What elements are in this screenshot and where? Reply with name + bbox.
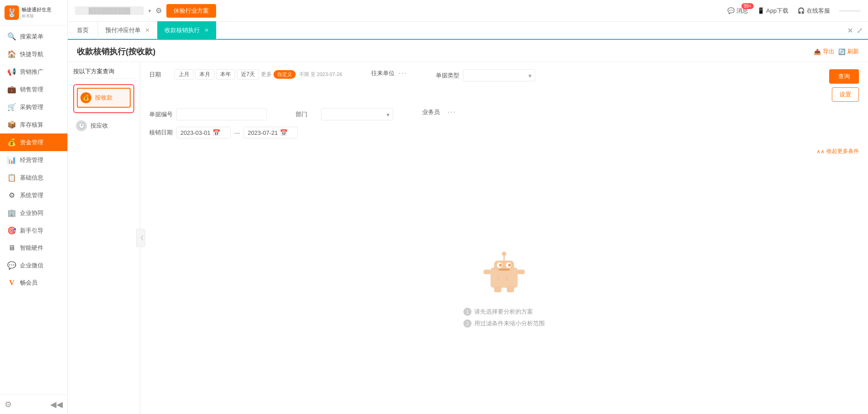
filter-receivable-label: 按应收	[90, 122, 108, 130]
app-label: App下载	[766, 7, 788, 15]
setting-button[interactable]: 设置	[832, 87, 859, 102]
sidebar-item-operation[interactable]: 📊 经营管理	[0, 151, 67, 169]
hint-text-2: 用过滤条件来缩小分析范围	[474, 318, 545, 329]
date-more[interactable]: 更多	[261, 71, 272, 78]
verify-date-range: 2023-03-01 📅 — 2023-07-21 📅	[176, 127, 298, 138]
message-badge: 99+	[741, 3, 754, 9]
filter-item-by-receipt[interactable]: 💰 按收款	[77, 88, 131, 108]
settings-bottom-icon[interactable]: ⚙	[5, 400, 12, 409]
purchase-icon: 🛒	[7, 103, 16, 111]
sidebar-item-funds[interactable]: 💰 资金管理	[0, 133, 67, 151]
date-separator: —	[234, 129, 240, 136]
sidebar-item-label: 企业协同	[20, 209, 43, 217]
system-icon: ⚙	[7, 191, 16, 200]
query-button[interactable]: 查询	[829, 69, 859, 84]
collapse-sidebar-icon[interactable]: ◀◀	[50, 400, 63, 409]
sidebar-item-label: 基础信息	[20, 174, 43, 182]
dept-label: 部门	[296, 110, 317, 119]
sidebar-item-label: 采购管理	[20, 103, 43, 111]
marketing-icon: 📢	[7, 67, 16, 76]
doctype-select[interactable]	[463, 69, 535, 81]
doctype-select-wrapper	[463, 69, 535, 81]
service-label: 在线客服	[807, 7, 830, 15]
export-button[interactable]: 📤 导出	[814, 48, 835, 56]
verify-date-end-input[interactable]: 2023-07-21 📅	[244, 127, 298, 138]
tab-prepay-label: 预付冲应付单	[105, 26, 141, 34]
filter-receipt-icon: 💰	[80, 92, 91, 103]
tab-home-label: 首页	[77, 26, 89, 34]
tab-prepay[interactable]: 预付冲应付单 ✕	[98, 21, 157, 39]
sidebar-item-weixin[interactable]: 💬 企业微信	[0, 257, 67, 274]
topbar-brand: ██████████	[75, 6, 144, 15]
hint-number-2: 2	[463, 319, 472, 328]
party-more-icon[interactable]: ···	[398, 69, 407, 77]
expand-icon[interactable]: ⤢	[857, 26, 863, 35]
empty-hints: 1 请先选择要分析的方案 2 用过滤条件来缩小分析范围	[463, 306, 545, 329]
sidebar-item-system[interactable]: ⚙ 系统管理	[0, 186, 67, 204]
service-button[interactable]: 🎧 在线客服	[797, 7, 830, 15]
message-button[interactable]: 💬 消息 99+	[727, 7, 748, 15]
app-download-button[interactable]: 📱 App下载	[757, 7, 788, 15]
empty-illustration: ? ?	[477, 243, 531, 297]
staff-more-icon[interactable]: ···	[448, 108, 456, 116]
sidebar-item-enterprise[interactable]: 🏢 企业协同	[0, 204, 67, 222]
sidebar-item-member[interactable]: V 畅会员	[0, 274, 67, 291]
sidebar-item-marketing[interactable]: 📢 营销推广	[0, 63, 67, 81]
docno-input[interactable]	[176, 108, 267, 120]
service-icon: 🎧	[797, 7, 805, 14]
close-all-icon[interactable]: ✕	[847, 26, 853, 35]
page-actions: 📤 导出 🔄 刷新	[814, 48, 859, 56]
page-title: 收款核销执行(按收款)	[77, 46, 156, 57]
filter-panel: 按以下方案查询 💰 按收款 🕐 按应收 《	[68, 62, 140, 414]
page-header: 收款核销执行(按收款) 📤 导出 🔄 刷新	[68, 40, 868, 62]
filter-item-by-receivable[interactable]: 🕐 按应收	[73, 117, 134, 135]
dept-select-wrapper	[321, 108, 393, 120]
sidebar-item-basic-info[interactable]: 📋 基础信息	[0, 169, 67, 186]
calendar-start-icon: 📅	[212, 129, 220, 136]
sidebar-item-quick-nav[interactable]: 🏠 快捷导航	[0, 45, 67, 63]
sidebar-item-label: 资金管理	[20, 138, 43, 147]
gear-icon[interactable]: ⚙	[156, 6, 162, 15]
tab-receipt-close-icon[interactable]: ✕	[204, 27, 209, 33]
svg-point-5	[508, 264, 511, 266]
dept-select[interactable]	[321, 108, 393, 120]
refresh-button[interactable]: 🔄 刷新	[838, 48, 859, 56]
sidebar-item-newbie[interactable]: 🎯 新手引导	[0, 222, 67, 239]
sales-icon: 💼	[7, 85, 16, 94]
sidebar-item-hardware[interactable]: 🖥 智能硬件	[0, 239, 67, 257]
sidebar-item-search[interactable]: 🔍 搜索菜单	[0, 28, 67, 45]
docno-group: 单据编号	[149, 108, 267, 120]
tab-receipt[interactable]: 收款核销执行 ✕	[157, 21, 217, 39]
query-row-1: 日期 上月 本月 本年 近7天 更多 自定义 不限 至 2023-07-26	[149, 69, 859, 102]
svg-rect-12	[507, 286, 514, 292]
date-btn-last-month[interactable]: 上月	[175, 69, 193, 80]
staff-label: 业务员	[422, 108, 444, 116]
filter-collapse-icon[interactable]: 《	[136, 229, 145, 247]
topbar: ██████████ ▾ ⚙ 休验行业方案 💬 消息 99+ 📱 App下载 🎧…	[68, 0, 868, 22]
hint-text-1: 请先选择要分析的方案	[474, 306, 533, 318]
dept-group: 部门	[296, 108, 393, 120]
sidebar-item-sales[interactable]: 💼 销售管理	[0, 81, 67, 98]
main: ██████████ ▾ ⚙ 休验行业方案 💬 消息 99+ 📱 App下载 🎧…	[68, 0, 868, 414]
chevron-down-icon[interactable]: ▾	[148, 8, 151, 14]
svg-rect-10	[517, 270, 525, 274]
industry-button[interactable]: 休验行业方案	[166, 4, 216, 18]
tab-prepay-close-icon[interactable]: ✕	[145, 27, 150, 33]
sidebar-logo: 🐰 畅捷通好生意 标准版	[0, 0, 67, 26]
date-btn-this-year[interactable]: 本年	[216, 69, 235, 80]
tab-home[interactable]: 首页	[68, 21, 98, 39]
sidebar-bottom: ⚙ ◀◀	[0, 395, 67, 414]
sidebar-item-inventory[interactable]: 📦 库存核算	[0, 116, 67, 133]
app-icon: 📱	[757, 7, 764, 14]
date-btn-this-month[interactable]: 本月	[195, 69, 214, 80]
operation-icon: 📊	[7, 156, 16, 164]
sidebar-item-label: 新手引导	[20, 227, 43, 235]
collapse-bar[interactable]: ∧∧ 收起更多条件	[149, 145, 859, 158]
brand-name: ██████████	[75, 6, 144, 15]
verify-date-start-input[interactable]: 2023-03-01 📅	[176, 127, 231, 138]
refresh-icon: 🔄	[838, 48, 845, 55]
date-custom-badge[interactable]: 自定义	[274, 70, 296, 79]
date-btn-7days[interactable]: 近7天	[237, 69, 259, 80]
content-wrapper: 按以下方案查询 💰 按收款 🕐 按应收 《 日期	[68, 62, 868, 414]
sidebar-item-purchase[interactable]: 🛒 采购管理	[0, 98, 67, 116]
